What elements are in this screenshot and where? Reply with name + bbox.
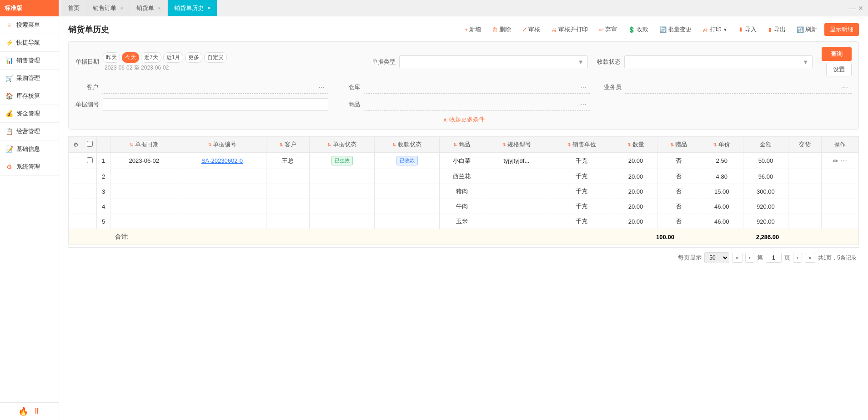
edit-icon[interactable]: ✏ xyxy=(833,157,838,165)
batch-change-button[interactable]: 🔄 批量变更 xyxy=(656,24,695,35)
page-label: 第 xyxy=(757,254,763,262)
totals-row: 合计: 100.00 2,286.00 xyxy=(68,229,859,245)
sidebar-item-finance[interactable]: 💰 资金管理 xyxy=(0,105,59,123)
doc-number-column-header[interactable]: ⇅ 单据编号 xyxy=(178,137,266,153)
collapse-button[interactable]: ∧ 收起更多条件 xyxy=(75,115,852,124)
last-page-button[interactable]: » xyxy=(805,253,815,263)
row-gear-cell xyxy=(69,214,83,229)
gift-column-header[interactable]: ⇅ 赠品 xyxy=(657,137,700,153)
select-all-checkbox[interactable] xyxy=(87,141,93,147)
row-num-column-header xyxy=(97,137,110,153)
doc-status-column-header[interactable]: ⇅ 单据状态 xyxy=(309,137,374,153)
gear-column-header[interactable]: ⚙ xyxy=(69,137,83,153)
salesperson-input[interactable]: ··· xyxy=(625,81,852,94)
row-transaction xyxy=(788,153,821,169)
inventory-icon: 🏠 xyxy=(5,92,13,100)
date-btn-today[interactable]: 今天 xyxy=(122,52,139,63)
quantity-column-header[interactable]: ⇅ 数量 xyxy=(614,137,657,153)
sales-unit-column-header[interactable]: ⇅ 销售单位 xyxy=(549,137,614,153)
table-row: 5玉米千克20.00否46.00920.00 xyxy=(69,214,859,229)
date-btn-yesterday[interactable]: 昨天 xyxy=(103,52,120,63)
sidebar-item-basic-info[interactable]: 📝 基础信息 xyxy=(0,140,59,158)
row-sales-unit: 千克 xyxy=(549,153,614,169)
date-btn-more[interactable]: 更多 xyxy=(185,52,202,63)
review-print-button[interactable]: 🖨 审核并打印 xyxy=(547,24,592,35)
salesperson-dots-icon[interactable]: ··· xyxy=(842,83,848,91)
customer-column-header[interactable]: ⇅ 客户 xyxy=(266,137,310,153)
per-page-select[interactable]: 50 100 200 xyxy=(704,252,729,263)
footer-fire-btn[interactable]: 🔥 xyxy=(18,406,28,416)
doc-number-input[interactable] xyxy=(103,98,328,111)
product-dots-icon[interactable]: ··· xyxy=(580,100,586,109)
date-btn-1month[interactable]: 近1月 xyxy=(163,52,184,63)
tab-sales-goods[interactable]: 销货单 × xyxy=(130,0,168,16)
window-minimize-icon[interactable]: — xyxy=(849,5,856,12)
unit-price-column-header[interactable]: ⇅ 单价 xyxy=(700,137,743,153)
spec-type-column-header[interactable]: ⇅ 规格型号 xyxy=(484,137,549,153)
row-doc-number[interactable]: SA-20230602-0 xyxy=(178,153,266,169)
date-btn-7days[interactable]: 近7天 xyxy=(141,52,161,63)
tab-sales-order[interactable]: 销售订单 × xyxy=(86,0,130,16)
new-button[interactable]: + 新增 xyxy=(461,24,485,35)
tab-sales-history-close[interactable]: × xyxy=(207,5,211,11)
prev-page-button[interactable]: ‹ xyxy=(745,253,754,263)
sales-icon: 📊 xyxy=(5,57,13,64)
payment-status-column-header[interactable]: ⇅ 收款状态 xyxy=(375,137,440,153)
query-button[interactable]: 查询 xyxy=(822,47,852,61)
sidebar-item-inventory[interactable]: 🏠 库存核算 xyxy=(0,87,59,105)
import-button[interactable]: ⬇ 导入 xyxy=(735,24,760,35)
warehouse-input[interactable]: ··· xyxy=(364,81,590,94)
show-detail-button[interactable]: 显示明细 xyxy=(824,23,859,36)
settings-button[interactable]: 设置 xyxy=(826,63,852,76)
tab-sales-order-label: 销售订单 xyxy=(93,4,116,12)
review-button[interactable]: ✓ 审核 xyxy=(518,24,544,35)
tab-sales-order-close[interactable]: × xyxy=(120,5,123,11)
print-button[interactable]: 🖨 打印 ▼ xyxy=(699,24,731,35)
row-number: 4 xyxy=(97,199,110,214)
tab-sales-history[interactable]: 销货单历史 × xyxy=(168,0,217,16)
product-column-header[interactable]: ⇅ 商品 xyxy=(440,137,484,153)
sidebar-item-search-menu[interactable]: ≡ 搜索菜单 xyxy=(0,16,59,34)
row-product: 小白菜 xyxy=(440,153,484,169)
sidebar-item-sales-mgmt[interactable]: 📊 销售管理 xyxy=(0,52,59,70)
page-number-input[interactable] xyxy=(766,253,782,263)
payment-status-select[interactable]: ▼ xyxy=(624,55,813,68)
sidebar-item-label: 采购管理 xyxy=(16,74,40,82)
next-page-button[interactable]: › xyxy=(793,253,802,263)
export-button[interactable]: ⬆ 导出 xyxy=(764,24,789,35)
row-quantity: 20.00 xyxy=(614,169,657,184)
refresh-button[interactable]: 🔃 刷新 xyxy=(793,24,821,35)
sidebar-item-label: 经营管理 xyxy=(16,127,40,135)
tab-home[interactable]: 首页 xyxy=(61,0,86,16)
sidebar-item-system-mgmt[interactable]: ⚙ 系统管理 xyxy=(0,158,59,176)
customer-input[interactable]: ··· xyxy=(102,81,328,94)
doc-number-link[interactable]: SA-20230602-0 xyxy=(201,157,243,164)
sort-icon: ⇅ xyxy=(627,142,631,147)
sidebar-item-purchase-mgmt[interactable]: 🛒 采购管理 xyxy=(0,70,59,87)
sidebar-item-quick-nav[interactable]: ⚡ 快捷导航 xyxy=(0,34,59,52)
doc-type-select[interactable]: ▼ xyxy=(399,55,587,68)
row-gift: 否 xyxy=(657,214,700,229)
basic-info-icon: 📝 xyxy=(5,145,13,153)
customer-dots-icon[interactable]: ··· xyxy=(318,83,324,91)
warehouse-dots-icon[interactable]: ··· xyxy=(580,83,586,91)
sidebar-footer: 🔥 ⏸ xyxy=(0,402,59,420)
footer-pause-btn[interactable]: ⏸ xyxy=(33,406,41,416)
tab-sales-goods-close[interactable]: × xyxy=(158,5,161,11)
first-page-button[interactable]: « xyxy=(732,253,743,263)
abandon-button[interactable]: ↩ 弃审 xyxy=(595,24,621,35)
sidebar-item-operations[interactable]: 📋 经营管理 xyxy=(0,123,59,140)
date-btn-custom[interactable]: 自定义 xyxy=(204,52,227,63)
sort-icon: ⇅ xyxy=(453,142,457,147)
row-checkbox[interactable] xyxy=(87,157,93,163)
collect-button[interactable]: 💲 收款 xyxy=(624,24,652,35)
doc-date-column-header[interactable]: ⇅ 单据日期 xyxy=(110,137,178,153)
filter-row-2: 客户 ··· 仓库 ··· 业务员 xyxy=(75,81,852,94)
spec-type-label: 规格型号 xyxy=(507,141,531,148)
product-input[interactable]: ··· xyxy=(364,98,590,111)
window-close-icon[interactable]: ✕ xyxy=(858,5,863,12)
table-header-row: ⚙ ⇅ 单据日期 ⇅ 单据编号 xyxy=(69,137,859,153)
delete-button[interactable]: 🗑 删除 xyxy=(488,24,515,35)
more-icon[interactable]: ⋯ xyxy=(841,157,847,165)
tab-home-label: 首页 xyxy=(68,4,80,12)
